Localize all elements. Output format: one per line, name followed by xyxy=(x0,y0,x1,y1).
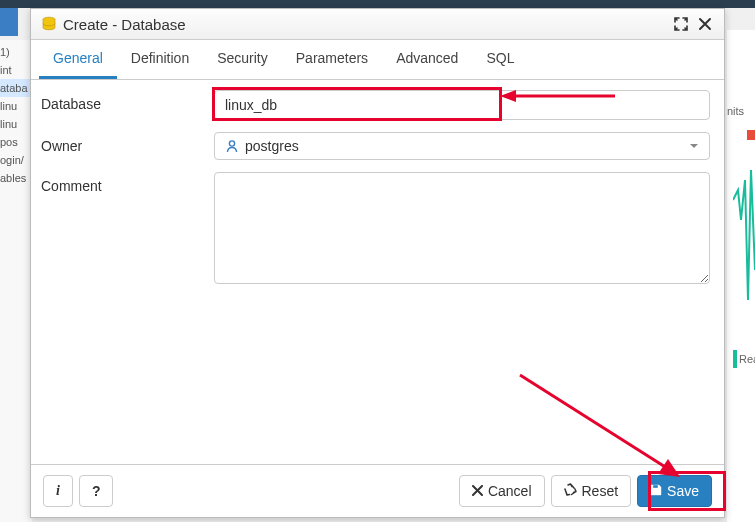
owner-select[interactable]: postgres xyxy=(214,132,710,160)
close-icon xyxy=(472,483,483,499)
database-icon xyxy=(41,16,57,32)
tab-definition[interactable]: Definition xyxy=(117,40,203,79)
label-owner: Owner xyxy=(39,132,204,160)
row-database: Database xyxy=(39,90,710,120)
dialog-footer: i ? Cancel Reset Save xyxy=(31,464,724,517)
create-database-dialog: Create - Database General Definition Sec… xyxy=(30,8,725,518)
row-comment: Comment xyxy=(39,172,710,287)
tab-sql[interactable]: SQL xyxy=(472,40,528,79)
bg-left-brand xyxy=(0,8,18,36)
tab-parameters[interactable]: Parameters xyxy=(282,40,382,79)
reset-button[interactable]: Reset xyxy=(551,475,632,507)
user-icon xyxy=(225,139,239,153)
svg-point-1 xyxy=(229,141,234,146)
row-owner: Owner postgres xyxy=(39,132,710,160)
help-button[interactable]: ? xyxy=(79,475,114,507)
bg-top-bar xyxy=(0,0,755,8)
save-button[interactable]: Save xyxy=(637,475,712,507)
bg-right-partial: nits Rea xyxy=(727,30,755,522)
cancel-button[interactable]: Cancel xyxy=(459,475,545,507)
form-body: Database Owner postgres xyxy=(31,80,724,464)
tab-advanced[interactable]: Advanced xyxy=(382,40,472,79)
comment-textarea[interactable] xyxy=(214,172,710,284)
close-button[interactable] xyxy=(696,15,714,33)
tab-security[interactable]: Security xyxy=(203,40,282,79)
tab-general[interactable]: General xyxy=(39,40,117,79)
maximize-button[interactable] xyxy=(672,15,690,33)
owner-value: postgres xyxy=(245,138,299,154)
info-button[interactable]: i xyxy=(43,475,73,507)
recycle-icon xyxy=(564,483,577,499)
save-icon xyxy=(650,483,662,499)
tabs: General Definition Security Parameters A… xyxy=(31,40,724,80)
chevron-down-icon xyxy=(689,138,699,154)
dialog-header: Create - Database xyxy=(31,9,724,40)
dialog-title: Create - Database xyxy=(63,16,666,33)
label-comment: Comment xyxy=(39,172,204,200)
database-name-input[interactable] xyxy=(214,90,710,120)
bg-legend-partial: Rea xyxy=(733,350,755,368)
label-database: Database xyxy=(39,90,204,118)
bg-tree-partial: 1) int ataba linu linu pos ogin/ ables xyxy=(0,40,32,522)
